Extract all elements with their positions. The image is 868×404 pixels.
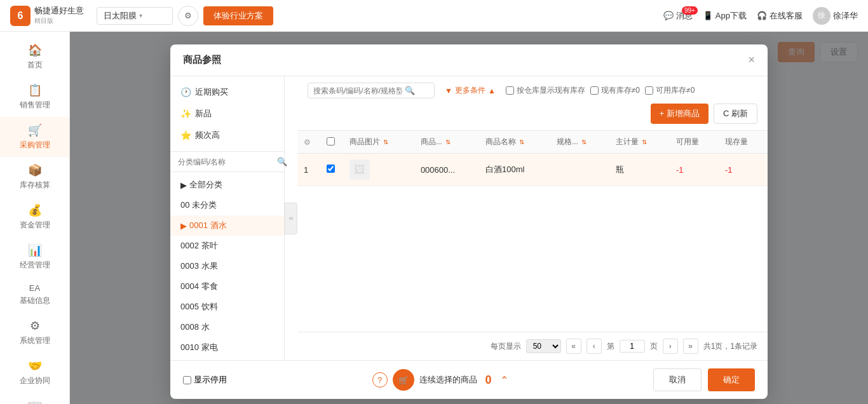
category-snack-label: 0004 零食 — [180, 281, 218, 292]
col-image-label: 商品图片 — [349, 137, 380, 146]
page-number-input[interactable] — [620, 340, 645, 353]
dialog-close-button[interactable]: × — [748, 53, 755, 67]
show-disabled-input[interactable] — [183, 376, 191, 384]
sidebar: 🏠 首页 📋 销售管理 🛒 采购管理 📦 库存核算 💰 资金管理 📊 经营管理 … — [0, 32, 70, 404]
show-disabled-checkbox[interactable]: 显示停用 — [183, 374, 227, 386]
stock-neq-checkbox[interactable]: 现有库存≠0 — [590, 85, 640, 96]
cart-button[interactable]: 🛒 — [393, 369, 414, 391]
col-settings[interactable]: ⚙ — [297, 131, 320, 154]
cell-checkbox[interactable] — [320, 154, 343, 186]
sidebar-item-business[interactable]: 📊 经营管理 — [0, 237, 69, 277]
confirm-button[interactable]: 确定 — [708, 368, 755, 391]
category-search-input[interactable] — [178, 158, 273, 166]
tab-recent-purchase[interactable]: 🕐 近期购买 — [170, 81, 284, 103]
help-button[interactable]: ? — [372, 372, 388, 387]
cancel-button[interactable]: 取消 — [653, 368, 702, 391]
category-snack[interactable]: 0004 零食 — [170, 276, 284, 297]
col-unit[interactable]: 主计量 ⇅ — [609, 131, 670, 154]
next-page-button[interactable]: › — [663, 339, 678, 354]
col-name[interactable]: 商品名称 ⇅ — [479, 131, 550, 154]
table-row[interactable]: 1 🖼 — [297, 154, 768, 186]
warehouse-checkbox-label: 按仓库显示现有库存 — [517, 85, 585, 96]
filter-up-icon: ▲ — [488, 86, 496, 95]
cell-image: 🖼 — [343, 154, 414, 186]
category-drink[interactable]: 0005 饮料 — [170, 297, 284, 317]
purchase-icon: 🛒 — [28, 123, 42, 137]
collapse-up-icon[interactable]: ⌃ — [500, 374, 508, 386]
tab-new-product[interactable]: ✨ 新品 — [170, 103, 284, 125]
collapse-button[interactable]: ‹‹ — [285, 203, 297, 234]
category-tea[interactable]: 0002 茶叶 — [170, 236, 284, 256]
select-all-checkbox[interactable] — [327, 137, 335, 145]
page-suffix: 页 — [650, 341, 658, 352]
sidebar-item-basic[interactable]: EA 基础信息 — [0, 277, 69, 313]
per-page-select[interactable]: 20 50 100 — [526, 339, 561, 353]
product-search-input[interactable] — [313, 86, 402, 95]
col-spec-label: 规格... — [557, 137, 578, 146]
usable-neq-checkbox-input[interactable] — [645, 86, 653, 95]
col-unit-label: 主计量 — [616, 137, 639, 146]
filter-button[interactable]: ▼ 更多条件 ▲ — [440, 83, 501, 98]
sidebar-item-guide[interactable]: 📖 新手引导 — [0, 393, 69, 404]
sidebar-item-finance[interactable]: 💰 资金管理 — [0, 197, 69, 237]
stock-neq-checkbox-input[interactable] — [590, 86, 599, 95]
category-drink-label: 0005 饮料 — [180, 301, 218, 313]
column-settings-icon[interactable]: ⚙ — [304, 138, 311, 147]
add-product-button[interactable]: + 新增商品 — [651, 104, 709, 124]
row-checkbox[interactable] — [327, 165, 335, 173]
cell-name: 白酒100ml — [479, 154, 550, 186]
sidebar-item-inventory[interactable]: 📦 库存核算 — [0, 157, 69, 197]
store-selector[interactable]: 日太阳膜 ▾ — [97, 7, 173, 25]
warehouse-display-checkbox[interactable]: 按仓库显示现有库存 — [506, 85, 585, 96]
mobile-icon: 📱 — [703, 11, 713, 20]
usable-neq-checkbox[interactable]: 可用库存≠0 — [645, 85, 695, 96]
category-all[interactable]: ▶ 全部分类 — [170, 175, 284, 195]
dialog-title: 商品参照 — [183, 54, 221, 66]
search-submit-icon[interactable]: 🔍 — [405, 86, 415, 95]
main-layout: 🏠 首页 📋 销售管理 🛒 采购管理 📦 库存核算 💰 资金管理 📊 经营管理 … — [0, 32, 868, 404]
page-word: 第 — [607, 341, 614, 352]
last-page-button[interactable]: » — [683, 339, 698, 354]
trial-button[interactable]: 体验行业方案 — [203, 6, 273, 25]
settings-gear-button[interactable]: ⚙ — [178, 6, 198, 26]
cell-spec — [550, 154, 609, 186]
col-image[interactable]: 商品图片 ⇅ — [343, 131, 414, 154]
online-service-button[interactable]: 🎧 在线客服 — [757, 10, 803, 22]
sidebar-item-enterprise[interactable]: 🤝 企业协同 — [0, 353, 69, 393]
message-button[interactable]: 💬 消息 99+ — [663, 10, 693, 22]
category-liquor[interactable]: ▶ 0001 酒水 — [170, 215, 284, 236]
category-uncategorized[interactable]: 00 未分类 — [170, 195, 284, 215]
cart-count: 0 — [482, 374, 495, 387]
tab-frequent[interactable]: ⭐ 频次高 — [170, 125, 284, 146]
stock-neq-label: 现有库存≠0 — [601, 85, 640, 96]
dialog-left-panel: 🕐 近期购买 ✨ 新品 ⭐ 频次高 — [170, 76, 285, 360]
sidebar-item-home[interactable]: 🏠 首页 — [0, 37, 69, 77]
col-spec[interactable]: 规格... ⇅ — [550, 131, 609, 154]
category-appliance[interactable]: 0010 家电 — [170, 337, 284, 358]
logo-icon: 6 — [10, 6, 31, 26]
tab-frequent-label: 频次高 — [195, 130, 220, 141]
category-water[interactable]: 0008 水 — [170, 317, 284, 337]
search-icon[interactable]: 🔍 — [277, 157, 287, 166]
warehouse-checkbox-input[interactable] — [506, 86, 514, 95]
col-usable-label: 可用量 — [676, 137, 699, 146]
filter-label: 更多条件 — [455, 85, 485, 96]
refresh-button[interactable]: C 刷新 — [714, 104, 757, 124]
app-download-button[interactable]: 📱 App下载 — [703, 10, 747, 22]
prev-page-button[interactable]: ‹ — [587, 339, 602, 354]
sidebar-item-sales[interactable]: 📋 销售管理 — [0, 77, 69, 117]
quick-tabs: 🕐 近期购买 ✨ 新品 ⭐ 频次高 — [170, 76, 284, 152]
category-fruit[interactable]: 0003 水果 — [170, 256, 284, 276]
cell-code: 000600... — [414, 154, 479, 186]
col-code[interactable]: 商品... ⇅ — [414, 131, 479, 154]
sidebar-item-system[interactable]: ⚙ 系统管理 — [0, 313, 69, 353]
category-list: ▶ 全部分类 00 未分类 ▶ 0001 酒水 0002 茶 — [170, 172, 284, 360]
headset-icon: 🎧 — [757, 11, 767, 20]
product-reference-dialog: 商品参照 × 🕐 近期购买 ✨ — [170, 44, 768, 399]
image-placeholder-icon: 🖼 — [354, 163, 365, 177]
col-name-label: 商品名称 — [485, 137, 516, 146]
user-avatar[interactable]: 徐 徐泽华 — [813, 7, 858, 25]
sidebar-item-purchase[interactable]: 🛒 采购管理 — [0, 117, 69, 157]
app-label: App下载 — [715, 10, 747, 22]
first-page-button[interactable]: « — [566, 339, 581, 354]
